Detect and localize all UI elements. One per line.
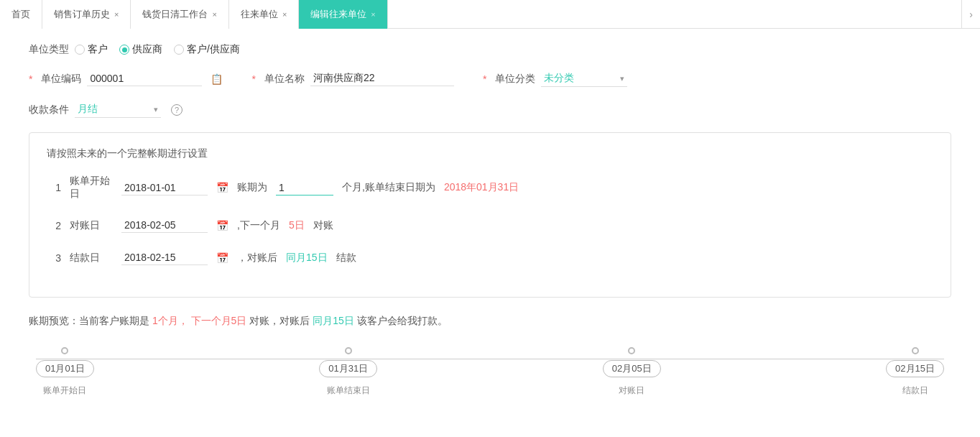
chevron-right-icon: › xyxy=(969,9,973,20)
period-row-1: 1 账单开始日 📅 账期为 个月,账单结束日期为 2018年01月31日 xyxy=(47,175,933,201)
payment-condition-row: 收款条件 月结 ▾ ? xyxy=(29,101,951,118)
required-mark: * xyxy=(29,73,32,85)
tab-contacts[interactable]: 往来单位 × xyxy=(229,0,299,29)
preview-part5: 该客户会给我打款。 xyxy=(357,315,448,326)
suffix-reconcile: 对账 xyxy=(313,219,333,232)
period-settings-box: 请按照未来的一个完整帐期进行设置 1 账单开始日 📅 账期为 个月,账单结束日期… xyxy=(29,132,951,298)
close-icon[interactable]: × xyxy=(212,10,216,19)
reconcile-day-highlight: 5日 xyxy=(289,219,305,232)
radio-circle-customer xyxy=(75,45,85,55)
period-label-1: 账单开始日 xyxy=(70,175,113,201)
start-date-input[interactable] xyxy=(121,180,208,196)
calendar-icon-3[interactable]: 📅 xyxy=(216,252,228,264)
unit-info-row: * 单位编码 📋 * 单位名称 * 单位分类 未分类 ▾ xyxy=(29,70,951,87)
suffix-account-period: 账期为 xyxy=(237,181,267,194)
radio-customer[interactable]: 客户 xyxy=(75,43,108,56)
tab-cashflow[interactable]: 钱货日清工作台 × xyxy=(131,0,228,29)
required-mark: * xyxy=(251,73,255,85)
reconcile-date-input[interactable] xyxy=(121,218,208,233)
period-num-2: 2 xyxy=(47,220,61,231)
chevron-down-icon: ▾ xyxy=(620,74,624,83)
unit-category-label: 单位分类 xyxy=(495,73,535,86)
radio-both[interactable]: 客户/供应商 xyxy=(174,43,240,56)
preview-part2: 下一个月5日 xyxy=(191,315,247,326)
close-icon[interactable]: × xyxy=(371,10,375,19)
unit-category-group: * 单位分类 未分类 ▾ xyxy=(483,70,627,87)
timeline-dot-0 xyxy=(61,347,68,354)
period-row-2: 2 对账日 📅 ,下一个月 5日 对账 xyxy=(47,218,933,233)
timeline-item-3: 02月15日 结款日 xyxy=(886,347,944,397)
period-num-3: 3 xyxy=(47,252,61,264)
tab-home-label: 首页 xyxy=(11,8,30,21)
radio-circle-both xyxy=(174,45,184,55)
suffix-after-reconcile: ，对账后 xyxy=(237,252,277,264)
radio-supplier-label: 供应商 xyxy=(132,43,162,56)
unit-type-row: 单位类型 客户 供应商 客户/供应商 xyxy=(29,43,951,56)
timeline-item-1: 01月31日 账单结束日 xyxy=(319,347,377,397)
calendar-icon[interactable]: 📋 xyxy=(211,73,223,85)
timeline-item-2: 02月05日 对账日 xyxy=(603,347,661,397)
unit-code-label: 单位编码 xyxy=(41,73,81,86)
calendar-icon-1[interactable]: 📅 xyxy=(216,182,228,193)
help-icon[interactable]: ? xyxy=(171,104,182,116)
unit-code-input[interactable] xyxy=(87,71,202,86)
tab-sales-history-label: 销售订单历史 xyxy=(54,8,110,21)
timeline-label-1: 账单结束日 xyxy=(327,385,370,397)
tab-edit-contact-label: 编辑往来单位 xyxy=(310,8,366,21)
payment-condition-select[interactable]: 月结 ▾ xyxy=(75,101,161,118)
calendar-icon-2[interactable]: 📅 xyxy=(216,220,228,231)
unit-category-value: 未分类 xyxy=(544,72,617,85)
unit-name-input[interactable] xyxy=(310,71,454,86)
period-months-input[interactable] xyxy=(276,180,333,196)
suffix-months: 个月,账单结束日期为 xyxy=(342,181,435,194)
tab-contacts-label: 往来单位 xyxy=(241,8,278,21)
period-num-1: 1 xyxy=(47,182,61,193)
preview-text: 账期预览：当前客户账期是 1个月， 下一个月5日 对账，对账后 同月15日 该客… xyxy=(29,312,951,330)
tab-more-button[interactable]: › xyxy=(961,0,980,29)
timeline-items: 01月01日 账单开始日 01月31日 账单结束日 02月05日 对账日 02月… xyxy=(36,347,944,397)
main-content: 单位类型 客户 供应商 客户/供应商 * 单位编码 xyxy=(0,29,980,437)
timeline-badge-3: 02月15日 xyxy=(886,360,944,377)
unit-code-group: * 单位编码 📋 xyxy=(29,71,223,86)
unit-type-group: 单位类型 客户 供应商 客户/供应商 xyxy=(29,43,240,56)
timeline-label-3: 结款日 xyxy=(902,385,928,397)
timeline-dot-1 xyxy=(345,347,352,354)
suffix-next-month: ,下一个月 xyxy=(237,219,280,232)
payment-condition-label: 收款条件 xyxy=(29,104,69,116)
chevron-down-icon: ▾ xyxy=(154,105,158,114)
radio-circle-supplier xyxy=(119,45,129,55)
timeline-label-0: 账单开始日 xyxy=(43,385,86,397)
timeline-label-2: 对账日 xyxy=(619,385,644,397)
timeline-badge-1: 01月31日 xyxy=(319,360,377,377)
unit-name-label: 单位名称 xyxy=(264,73,305,86)
preview-label: 账期预览：当前客户账期是 xyxy=(29,315,149,326)
tab-sales-history[interactable]: 销售订单历史 × xyxy=(42,0,131,29)
unit-category-select[interactable]: 未分类 ▾ xyxy=(541,70,627,87)
timeline-badge-2: 02月05日 xyxy=(603,360,661,377)
radio-supplier[interactable]: 供应商 xyxy=(119,43,162,56)
timeline-dot-3 xyxy=(912,347,919,354)
radio-group: 客户 供应商 客户/供应商 xyxy=(75,43,240,56)
payment-date-input[interactable] xyxy=(121,250,208,265)
required-mark: * xyxy=(483,73,486,85)
timeline-badge-0: 01月01日 xyxy=(36,360,94,377)
payment-condition-group: 收款条件 月结 ▾ ? xyxy=(29,101,182,118)
tab-cashflow-label: 钱货日清工作台 xyxy=(142,8,208,21)
payment-day-highlight: 同月15日 xyxy=(286,252,328,264)
unit-type-label: 单位类型 xyxy=(29,43,69,56)
radio-both-label: 客户/供应商 xyxy=(187,43,240,56)
timeline-item-0: 01月01日 账单开始日 xyxy=(36,347,94,397)
close-icon[interactable]: × xyxy=(114,10,119,19)
tab-home[interactable]: 首页 xyxy=(0,0,42,29)
end-date-highlight: 2018年01月31日 xyxy=(444,181,519,194)
close-icon[interactable]: × xyxy=(282,10,287,19)
tabs-bar: 首页 销售订单历史 × 钱货日清工作台 × 往来单位 × 编辑往来单位 × › xyxy=(0,0,980,29)
payment-condition-value: 月结 xyxy=(78,103,151,116)
preview-part4: 同月15日 xyxy=(313,315,354,326)
period-label-3: 结款日 xyxy=(70,252,113,264)
period-row-3: 3 结款日 📅 ，对账后 同月15日 结款 xyxy=(47,250,933,265)
preview-part3: 对账，对账后 xyxy=(249,315,310,326)
tab-edit-contact[interactable]: 编辑往来单位 × xyxy=(299,0,387,29)
suffix-payment: 结款 xyxy=(336,252,356,264)
period-label-2: 对账日 xyxy=(70,219,113,232)
